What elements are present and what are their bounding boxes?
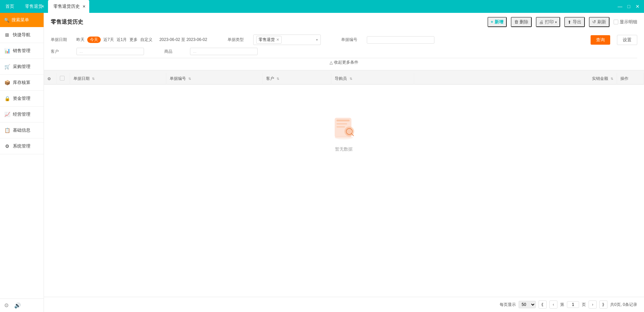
close-button[interactable]: ✕ (635, 3, 641, 9)
sidebar-search[interactable]: 🔍 搜索菜单 (0, 13, 44, 27)
tab-retail-return-history[interactable]: 零售退货历史 ✕ (48, 0, 89, 13)
settings-button[interactable]: 设置 (617, 35, 637, 45)
number-filter-input[interactable] (367, 36, 434, 44)
date-option-today[interactable]: 今天 (87, 37, 101, 43)
settings-bottom-icon[interactable]: ⚙ (4, 302, 9, 309)
close-tab-retail-return-history[interactable]: ✕ (81, 4, 87, 9)
collapse-up-icon: △ (330, 60, 333, 65)
select-all-checkbox[interactable] (60, 76, 65, 81)
th-number[interactable]: 单据编号 ⇅ (166, 73, 262, 85)
page-size-select[interactable]: 20 50 100 (519, 301, 536, 308)
quick-nav-icon: ⊞ (4, 32, 10, 38)
page-number-input[interactable]: 1 (567, 301, 579, 308)
print-button[interactable]: 🖨 打印 ▾ (536, 17, 560, 27)
tab-retail-return[interactable]: 零售退货 ✕ (20, 0, 48, 13)
sidebar-search-label: 搜索菜单 (11, 17, 29, 23)
th-ops: 操作 (617, 73, 644, 85)
minimize-button[interactable]: — (617, 3, 623, 9)
toolbar-right: + 新增 🗑 删除 🖨 打印 ▾ ⬆ 导出 ↺ 刷新 显示明细 (487, 17, 637, 27)
new-button[interactable]: + 新增 (487, 17, 507, 27)
type-tag-remove[interactable]: ✕ (276, 38, 279, 42)
first-page-button[interactable]: ⟪ (539, 300, 547, 309)
total-info: 共0页, 0条记录 (610, 302, 637, 308)
last-page-button[interactable]: ⟫ (599, 300, 607, 309)
export-button[interactable]: ⬆ 导出 (564, 17, 585, 27)
customer-filter-select[interactable]: ... (76, 48, 144, 55)
date-option-1month[interactable]: 近1月 (117, 37, 127, 43)
sidebar-item-inventory[interactable]: 📦 库存核算 (0, 75, 44, 91)
date-filter: 昨天 今天 近7天 近1月 更多 自定义 (76, 37, 152, 43)
goods-placeholder: ... (193, 49, 196, 54)
date-range-value: 2023-06-02 至 2023-06-02 (159, 37, 207, 43)
date-option-yesterday[interactable]: 昨天 (76, 37, 85, 43)
th-guide[interactable]: 导购员 ⇅ (331, 73, 414, 85)
maximize-button[interactable]: □ (626, 3, 632, 9)
audio-icon[interactable]: 🔊 (14, 302, 21, 309)
th-customer[interactable]: 客户 ⇅ (262, 73, 331, 85)
inventory-icon: 📦 (4, 80, 10, 86)
sidebar-item-sales-label: 销售管理 (13, 48, 30, 54)
type-filter-tag: 零售退货 ✕ (256, 36, 282, 44)
refresh-button[interactable]: ↺ 刷新 (589, 17, 610, 27)
type-filter-select[interactable]: 零售退货 ✕ ▾ (253, 35, 321, 45)
page-header: 零售退货历史 + 新增 🗑 删除 🖨 打印 ▾ ⬆ 导出 ↺ 刷新 (44, 13, 644, 70)
sidebar-item-quick-nav-label: 快捷导航 (13, 32, 30, 38)
next-page-button[interactable]: › (589, 300, 597, 309)
print-icon: 🖨 (539, 20, 544, 25)
print-label: 打印 (545, 19, 554, 25)
table-body: 暂无数据 (44, 85, 644, 180)
pagination-bar: 每页显示 20 50 100 ⟪ ‹ 第 1 页 › ⟫ 共0页, 0条记录 (44, 297, 644, 312)
svg-rect-4 (337, 126, 345, 128)
customer-placeholder: ... (79, 49, 83, 54)
close-tab-retail-return[interactable]: ✕ (40, 4, 45, 9)
table-container: ⚙ 单据日期 ⇅ 单据编号 ⇅ (44, 73, 644, 297)
sidebar-item-operations[interactable]: 📈 经营管理 (0, 107, 44, 122)
empty-state: 暂无数据 (44, 85, 644, 179)
export-label: 导出 (573, 19, 581, 25)
sidebar-item-finance[interactable]: 🔒 资金管理 (0, 91, 44, 107)
date-option-more[interactable]: 更多 (129, 37, 138, 43)
th-settings[interactable]: ⚙ (44, 73, 56, 85)
sidebar-item-basic-info-label: 基础信息 (13, 127, 30, 133)
guide-sort-icon: ⇅ (350, 77, 352, 81)
delete-button[interactable]: 🗑 删除 (511, 17, 532, 27)
type-tag-value: 零售退货 (259, 37, 275, 43)
sidebar-item-operations-label: 经营管理 (13, 111, 30, 117)
goods-filter-select[interactable]: ... (190, 48, 258, 55)
finance-icon: 🔒 (4, 95, 10, 102)
sidebar-item-finance-label: 资金管理 (13, 95, 30, 102)
th-checkbox[interactable] (56, 73, 70, 85)
purchase-icon: 🛒 (4, 64, 10, 70)
prev-page-button[interactable]: ‹ (549, 300, 557, 309)
tab-home[interactable]: 首页 (0, 0, 20, 13)
page-size-label: 每页显示 (500, 302, 516, 308)
sidebar-bottom: ⚙ 🔊 (0, 298, 44, 312)
basic-info-icon: 📋 (4, 127, 10, 133)
search-icon: 🔍 (4, 18, 9, 23)
sidebar-item-sales[interactable]: 📊 销售管理 (0, 43, 44, 59)
sidebar-item-purchase-label: 采购管理 (13, 64, 30, 70)
operations-icon: 📈 (4, 111, 10, 117)
sidebar-item-purchase[interactable]: 🛒 采购管理 (0, 59, 44, 75)
type-filter-label: 单据类型 (228, 37, 246, 43)
settings-icon[interactable]: ⚙ (47, 76, 51, 81)
svg-rect-3 (337, 123, 348, 125)
number-filter-label: 单据编号 (341, 37, 360, 43)
th-date-label: 单据日期 (73, 76, 90, 81)
sidebar-item-system[interactable]: ⚙ 系统管理 (0, 138, 44, 154)
filter-row-customer: 客户 ... 商品 ... (51, 48, 637, 55)
svg-rect-2 (337, 119, 350, 121)
sidebar-item-basic-info[interactable]: 📋 基础信息 (0, 122, 44, 138)
collapse-button[interactable]: △ 收起更多条件 (51, 58, 637, 67)
sidebar-item-quick-nav[interactable]: ⊞ 快捷导航 (0, 27, 44, 43)
date-option-custom[interactable]: 自定义 (140, 37, 152, 43)
date-option-7days[interactable]: 近7天 (103, 37, 114, 43)
display-toggle[interactable]: 显示明细 (614, 19, 637, 25)
window-controls: — □ ✕ (617, 3, 644, 9)
th-date[interactable]: 单据日期 ⇅ (70, 73, 166, 85)
empty-text: 暂无数据 (335, 146, 353, 152)
query-button[interactable]: 查询 (591, 35, 610, 45)
th-amount[interactable]: 实销金额 ⇅ (414, 73, 617, 85)
system-icon: ⚙ (4, 143, 10, 149)
type-select-chevron: ▾ (316, 38, 318, 42)
